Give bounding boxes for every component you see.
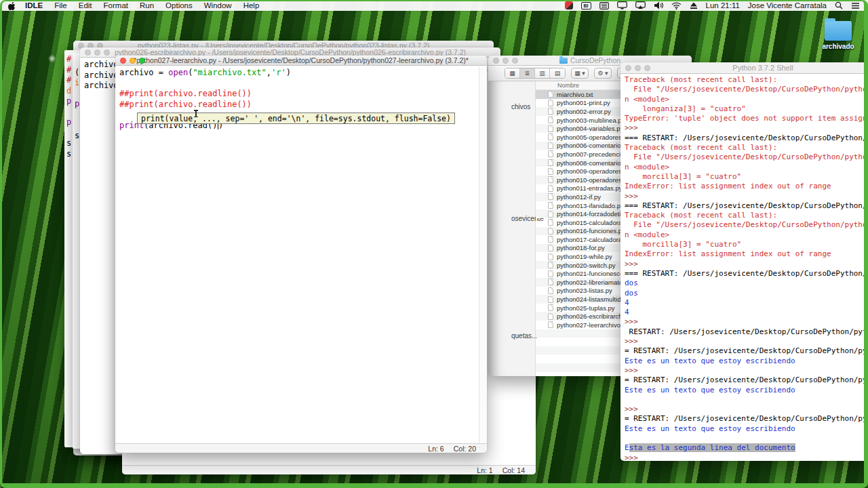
desktop-folder-archivado[interactable]: archivado — [819, 18, 857, 50]
window-title: *python027-leerarchivo.py - /Users/josev… — [129, 56, 473, 64]
minimize-button[interactable] — [502, 58, 509, 64]
text-span: RESTART: /Users/josevicente/Desktop/Curs… — [625, 327, 867, 336]
icon-view-button[interactable]: ▦ — [505, 68, 520, 78]
text-line: >>> — [625, 405, 868, 414]
text-span: Traceback (most recent call last): — [625, 211, 777, 220]
action-menu-button[interactable]: ⚙ ▾ — [594, 68, 612, 79]
window-titlebar[interactable]: *python027-leerarchivo.py - /Users/josev… — [115, 56, 487, 66]
text-line: Este es un texto que estoy escribiendo — [625, 424, 868, 434]
python-file-icon — [548, 296, 553, 303]
menu-clock[interactable]: Lun 21:11 — [706, 1, 740, 9]
text-span: Traceback (most recent call last): — [625, 75, 777, 84]
vertical-scrollbar[interactable] — [479, 66, 487, 443]
zoom-button[interactable] — [644, 65, 650, 71]
volume-icon[interactable] — [654, 1, 663, 9]
text-span: = RESTART: /Users/josevicente/Desktop/Cu… — [625, 346, 867, 355]
notification-center-icon[interactable] — [851, 2, 860, 9]
file-name: python007-precedencia. — [557, 150, 626, 158]
file-name: python026-escribirarchiv — [557, 312, 627, 320]
menu-file[interactable]: File — [54, 1, 67, 9]
coverflow-view-button[interactable]: ▤ — [550, 68, 565, 78]
python-file-icon — [548, 228, 553, 235]
text-line: === RESTART: /Users/josevicente/Desktop/… — [625, 269, 868, 279]
eject-icon[interactable] — [690, 2, 698, 9]
minimize-button[interactable] — [130, 58, 136, 64]
file-name: python015-calculadora.p — [557, 219, 627, 226]
text-line: morcilla[3] = "cuatro" — [625, 240, 868, 249]
file-name: python021-funcionescor — [557, 270, 625, 277]
text-line: Este es un texto que estoy escribiendo — [625, 386, 868, 395]
folder-icon — [559, 58, 568, 64]
minimize-button[interactable] — [94, 49, 100, 56]
text-span: archivo — [84, 81, 119, 90]
text-span: s — [66, 138, 71, 148]
menu-idle[interactable]: IDLE — [25, 1, 43, 9]
display-icon[interactable] — [617, 1, 627, 9]
close-button[interactable] — [120, 58, 126, 64]
menu-status-area: BI Lun 21:11 Jose Vicente Carratala — [565, 1, 860, 9]
text-span: File "/Users/josevicente/Desktop/CursoDe… — [625, 220, 867, 229]
file-name: python002-error.py — [557, 108, 611, 115]
text-line: Traceback (most recent call last): — [625, 211, 868, 220]
python-file-icon — [548, 262, 553, 268]
calltip-tooltip: print(value, ..., sep=' ', end='\n', fil… — [137, 113, 455, 124]
python-file-icon — [548, 125, 553, 132]
red-app-icon[interactable] — [565, 1, 573, 9]
python-file-icon — [548, 321, 553, 328]
python-file-icon — [548, 253, 553, 260]
close-button[interactable] — [493, 58, 499, 64]
zoom-button[interactable] — [512, 58, 518, 64]
minimize-button[interactable] — [635, 65, 641, 71]
file-name: python022-libreriamaten — [557, 279, 626, 286]
menu-format[interactable]: Format — [104, 1, 128, 9]
sidebar-item[interactable]: quetas... — [511, 332, 537, 340]
file-name: python003-multilinea.py — [557, 117, 625, 124]
text-span: = RESTART: /Users/josevicente/Desktop/Cu… — [625, 375, 867, 384]
text-span: archivo — [84, 70, 119, 80]
spotlight-icon[interactable] — [835, 1, 843, 9]
bi-icon[interactable]: BI — [581, 2, 591, 9]
text-span: p — [66, 117, 71, 127]
list-view-button[interactable]: ≣ — [520, 68, 535, 78]
menu-help[interactable]: Help — [243, 1, 260, 9]
text-line: >>> — [625, 192, 868, 201]
keyboard-icon[interactable] — [599, 2, 609, 9]
text-span: IndexError: list assignment index out of… — [625, 182, 831, 190]
file-name: python024-listasmultidin — [557, 296, 626, 303]
zoom-button[interactable] — [139, 58, 145, 64]
python-file-icon — [548, 287, 553, 294]
text-line: 4 — [625, 308, 868, 317]
sidebar-item[interactable]: chivos — [511, 103, 530, 110]
window-titlebar[interactable]: Python 3.7.2 Shell — [620, 62, 868, 74]
group-menu-button[interactable]: ▦ ▾ — [571, 68, 589, 79]
python-file-icon — [548, 211, 553, 218]
file-name: python014-forzadodetip — [557, 210, 625, 218]
text-span: d — [66, 86, 71, 96]
python-file-icon — [548, 236, 553, 243]
text-line: >>> — [625, 260, 868, 269]
airplay-icon[interactable] — [635, 1, 646, 9]
text-span: 4 — [625, 298, 629, 307]
python-file-icon — [548, 304, 553, 311]
zoom-button[interactable] — [104, 49, 110, 56]
text-span: "miarchivo.txt" — [193, 68, 266, 77]
text-span: === RESTART: /Users/josevicente/Desktop/… — [625, 134, 867, 142]
menu-user-name[interactable]: Jose Vicente Carratala — [748, 1, 827, 9]
menu-run[interactable]: Run — [140, 1, 154, 9]
column-view-button[interactable]: ▥ — [535, 68, 550, 78]
wifi-icon[interactable] — [671, 2, 682, 9]
file-name: python005-operadores.p — [557, 134, 627, 141]
shell-text-area[interactable]: Traceback (most recent call last): File … — [620, 74, 868, 461]
file-name: python027-leerarchivo.p — [557, 321, 626, 329]
menu-edit[interactable]: Edit — [79, 1, 92, 9]
menu-window[interactable]: Window — [204, 1, 232, 9]
python-file-icon — [548, 270, 553, 277]
apple-menu-icon[interactable] — [8, 1, 16, 10]
close-button[interactable] — [625, 65, 631, 71]
menu-options[interactable]: Options — [165, 1, 193, 9]
text-line: n <module> — [625, 95, 868, 104]
file-name: python006-comentarios. — [557, 142, 626, 149]
file-name: python025-tuplas.py — [557, 304, 615, 312]
close-button[interactable] — [85, 49, 91, 56]
text-line: dos — [625, 279, 868, 288]
